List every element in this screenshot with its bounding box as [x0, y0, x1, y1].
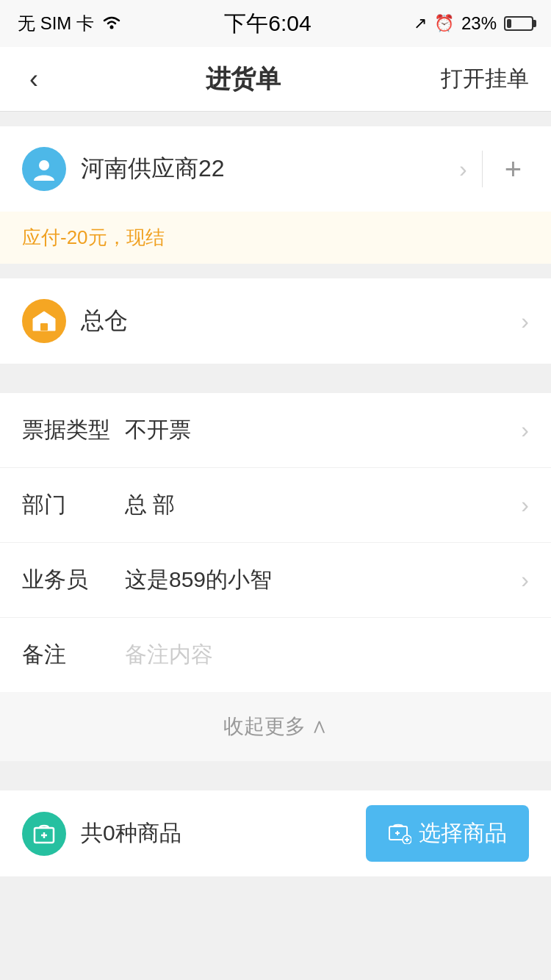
supplier-avatar [22, 147, 66, 191]
battery-icon [504, 16, 533, 31]
section-gap-4 [0, 761, 551, 776]
form-section: 票据类型 不开票 › 部门 总 部 › 业务员 这是859的小智 › 备注 备注… [0, 393, 551, 692]
invoice-type-label: 票据类型 [22, 415, 118, 445]
add-supplier-button[interactable]: + [497, 153, 529, 186]
alarm-icon: ⏰ [434, 14, 454, 33]
warehouse-row[interactable]: 总仓 › [0, 278, 551, 364]
supplier-name: 河南供应商22 [81, 153, 459, 185]
select-product-label: 选择商品 [419, 818, 507, 849]
salesperson-chevron-icon: › [521, 566, 529, 594]
status-time: 下午6:04 [224, 9, 311, 39]
nav-bar: ‹ 进货单 打开挂单 [0, 47, 551, 112]
alert-text: 应付-20元，现结 [22, 226, 165, 248]
back-button[interactable]: ‹ [22, 57, 46, 102]
status-bar: 无 SIM 卡 下午6:04 ↗ ⏰ 23% [0, 0, 551, 47]
department-chevron-icon: › [521, 491, 529, 519]
supplier-section: 河南供应商22 › + 应付-20元，现结 [0, 126, 551, 264]
warehouse-name: 总仓 [81, 305, 521, 337]
warehouse-icon [22, 299, 66, 343]
carrier-label: 无 SIM 卡 [18, 12, 94, 35]
warehouse-chevron-icon: › [521, 308, 529, 335]
open-pending-button[interactable]: 打开挂单 [441, 64, 529, 94]
page-rest [0, 876, 551, 980]
select-product-button[interactable]: 选择商品 [366, 805, 529, 862]
salesperson-label: 业务员 [22, 565, 118, 595]
supplier-chevron-icon: › [459, 156, 467, 183]
invoice-type-row[interactable]: 票据类型 不开票 › [0, 393, 551, 468]
bottom-bar: 共0种商品 选择商品 [0, 790, 551, 876]
department-label: 部门 [22, 490, 118, 520]
svg-rect-2 [40, 323, 48, 331]
invoice-type-chevron-icon: › [521, 417, 529, 444]
product-count-label: 共0种商品 [81, 818, 366, 849]
department-value: 总 部 [118, 490, 521, 520]
alert-banner: 应付-20元，现结 [0, 212, 551, 264]
remark-label: 备注 [22, 640, 118, 670]
warehouse-section: 总仓 › [0, 278, 551, 364]
remark-row[interactable]: 备注 备注内容 [0, 618, 551, 692]
invoice-type-value: 不开票 [118, 415, 521, 445]
wifi-icon [101, 13, 122, 34]
salesperson-value: 这是859的小智 [118, 565, 521, 595]
collapse-more-button[interactable]: 收起更多 ∧ [0, 692, 551, 761]
svg-point-1 [39, 160, 49, 170]
battery-percent: 23% [461, 13, 497, 34]
status-right: ↗ ⏰ 23% [414, 13, 533, 34]
supplier-divider [482, 151, 483, 187]
remark-placeholder: 备注内容 [118, 640, 529, 670]
section-gap-3 [0, 364, 551, 378]
page-title: 进货单 [206, 62, 281, 96]
product-icon [22, 812, 66, 856]
section-gap-2 [0, 264, 551, 278]
supplier-row[interactable]: 河南供应商22 › + [0, 126, 551, 212]
status-left: 无 SIM 卡 [18, 12, 122, 35]
department-row[interactable]: 部门 总 部 › [0, 468, 551, 543]
svg-point-0 [110, 26, 114, 29]
salesperson-row[interactable]: 业务员 这是859的小智 › [0, 543, 551, 618]
gps-icon: ↗ [414, 14, 427, 33]
section-gap-1 [0, 112, 551, 126]
